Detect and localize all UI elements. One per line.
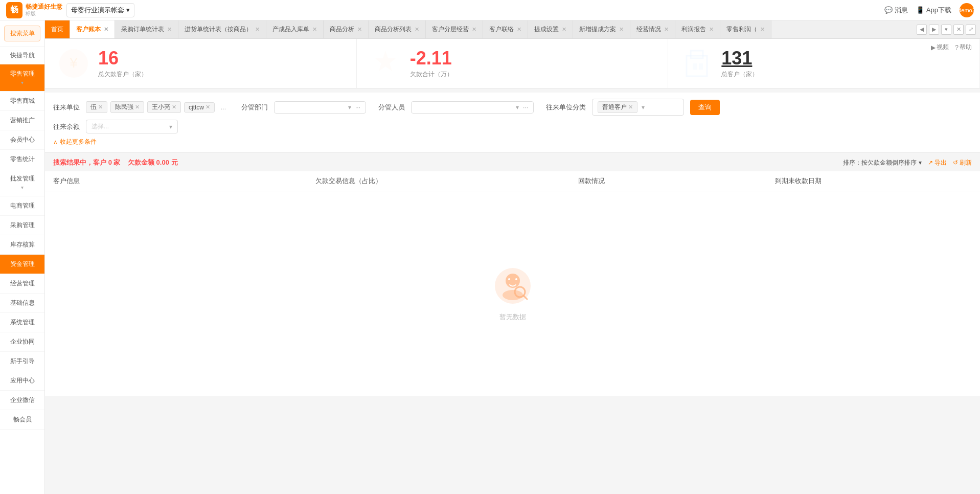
top-bar-right: 💬 消息 📱 App下载 demo2 (884, 3, 974, 17)
more-tags-btn[interactable]: ... (218, 103, 229, 112)
col-debt-info: 欠款交易信息（占比） (315, 176, 578, 186)
tab-close-icon[interactable]: ✕ (415, 26, 419, 33)
tab-purchase-orders[interactable]: 采购订单统计表 ✕ (115, 20, 178, 39)
sidebar-item-inventory[interactable]: 库存核算 (0, 235, 44, 255)
sidebar-item-purchase[interactable]: 采购管理 (0, 216, 44, 235)
col-repayment: 回款情况 (578, 176, 775, 186)
quick-nav-btn[interactable]: 快捷导航 (0, 47, 44, 64)
sidebar-item-retail-mall[interactable]: 零售商城 (0, 92, 44, 111)
remove-category-icon[interactable]: ✕ (628, 104, 633, 110)
tab-profit-report[interactable]: 利润报告 ✕ (675, 20, 720, 39)
avatar[interactable]: demo2 (960, 3, 974, 17)
sidebar-item-retail-stats[interactable]: 零售统计 (0, 150, 44, 169)
tab-close-icon[interactable]: ✕ (709, 26, 714, 33)
tab-next-btn[interactable]: ▶ (929, 25, 939, 35)
tab-retail-profit[interactable]: 零售利润（ ✕ (720, 20, 771, 39)
chevron-down-icon: ▾ (126, 6, 130, 14)
stats-bar: ¥ 16 总欠款客户（家） -2. (45, 39, 980, 88)
tab-close-icon[interactable]: ✕ (167, 26, 172, 33)
app-icon: 📱 (916, 6, 924, 14)
filter-tag-2[interactable]: 陈民强 ✕ (110, 101, 144, 113)
filter-row-2: 往来余额 选择... ▾ (53, 120, 972, 133)
sidebar-item-basic[interactable]: 基础信息 (0, 294, 44, 313)
person-select[interactable]: ▾ ··· (411, 101, 534, 114)
svg-point-10 (515, 278, 517, 280)
sidebar: 搜索菜单 快捷导航 零售管理 ▾ 零售商城 营销推广 会员中心 零售统计 批发管… (0, 20, 45, 494)
sidebar-item-retail-mgmt[interactable]: 零售管理 ▾ (0, 64, 44, 92)
tab-close-icon[interactable]: ✕ (760, 26, 765, 33)
tab-goods-list[interactable]: 商品分析列表 ✕ (369, 20, 426, 39)
tab-close-icon[interactable]: ✕ (664, 26, 669, 33)
sidebar-item-finance[interactable]: 资金管理 (0, 255, 44, 274)
tab-home[interactable]: 首页 (45, 20, 70, 39)
tab-new-tips[interactable]: 新增提成方案 ✕ (573, 20, 630, 39)
data-table: 客户信息 欠款交易信息（占比） 回款情况 到期未收款日期 (45, 171, 980, 396)
tab-nav: ◀ ▶ ▾ ✕ ⤢ (913, 25, 980, 35)
tab-bar: 首页 客户账本 ✕ 采购订单统计表 ✕ 进货单统计表（按商品） ✕ 产成品入库单… (45, 20, 980, 39)
category-select[interactable]: 普通客户 ✕ ▾ (592, 99, 684, 116)
tab-close-icon[interactable]: ✕ (357, 26, 362, 33)
sort-selector[interactable]: 排序：按欠款金额倒序排序 ▾ (843, 159, 922, 167)
export-icon: ↗ (928, 159, 933, 166)
tab-customer-tier[interactable]: 客户分层经营 ✕ (426, 20, 483, 39)
remove-tag-icon[interactable]: ✕ (172, 104, 176, 110)
tab-customer-contact[interactable]: 客户联络 ✕ (483, 20, 528, 39)
sidebar-item-sys[interactable]: 系统管理 (0, 313, 44, 332)
remove-tag-icon[interactable]: ✕ (206, 104, 210, 110)
message-btn[interactable]: 💬 消息 (884, 6, 908, 15)
tab-close-icon[interactable]: ✕ (255, 26, 260, 33)
search-menu-btn[interactable]: 搜索菜单 (4, 26, 40, 41)
sidebar-item-marketing[interactable]: 营销推广 (0, 111, 44, 130)
help-btn[interactable]: ? 帮助 (955, 43, 972, 52)
sidebar-item-ops[interactable]: 经营管理 (0, 274, 44, 294)
dept-select[interactable]: ▾ ··· (274, 101, 366, 114)
tab-biz-status[interactable]: 经营情况 ✕ (630, 20, 675, 39)
sidebar-item-enterprise[interactable]: 企业协同 (0, 332, 44, 352)
sidebar-item-member[interactable]: 会员中心 (0, 130, 44, 150)
filter-tag-1[interactable]: 伍 ✕ (86, 101, 107, 113)
filter-tag-4[interactable]: cjttcw ✕ (184, 102, 215, 113)
remove-tag-icon[interactable]: ✕ (135, 104, 140, 110)
tab-close-icon[interactable]: ✕ (312, 26, 317, 33)
tab-maximize-btn[interactable]: ⤢ (966, 25, 976, 35)
tab-close-icon[interactable]: ✕ (562, 26, 566, 33)
category-tag[interactable]: 普通客户 ✕ (598, 101, 637, 113)
tab-prev-btn[interactable]: ◀ (917, 25, 927, 35)
help-icon: ? (955, 44, 959, 51)
filter-tag-3[interactable]: 王小亮 ✕ (147, 101, 181, 113)
svg-point-9 (508, 278, 510, 280)
total-customers-label: 总客户（家） (721, 70, 758, 79)
tab-goods-analysis[interactable]: 商品分析 ✕ (324, 20, 369, 39)
tab-close-icon[interactable]: ✕ (517, 26, 521, 33)
remain-label: 往来余额 (53, 122, 80, 131)
remain-select[interactable]: 选择... ▾ (86, 120, 178, 133)
query-btn[interactable]: 查询 (690, 100, 720, 115)
col-due-date: 到期未收款日期 (775, 176, 972, 186)
sidebar-item-new-guide[interactable]: 新手引导 (0, 352, 44, 371)
message-icon: 💬 (884, 6, 893, 14)
sidebar-item-app-center[interactable]: 应用中心 (0, 371, 44, 391)
tab-goods-stats[interactable]: 进货单统计表（按商品） ✕ (178, 20, 266, 39)
tab-tips-settings[interactable]: 提成设置 ✕ (528, 20, 573, 39)
total-debt-label: 总欠款客户（家） (98, 70, 147, 79)
sidebar-item-wechat[interactable]: 企业微信 (0, 391, 44, 410)
refresh-btn[interactable]: ↺ 刷新 (953, 159, 972, 167)
tab-close-all-btn[interactable]: ✕ (953, 25, 964, 35)
app-download-btn[interactable]: 📱 App下载 (916, 6, 951, 15)
remove-tag-icon[interactable]: ✕ (98, 104, 103, 110)
tab-close-icon[interactable]: ✕ (104, 26, 108, 33)
export-btn[interactable]: ↗ 导出 (928, 159, 947, 167)
tab-menu-btn[interactable]: ▾ (941, 25, 951, 35)
tab-product-stock[interactable]: 产成品入库单 ✕ (266, 20, 324, 39)
sidebar-item-wholesale[interactable]: 批发管理 ▾ (0, 169, 44, 196)
collapse-btn[interactable]: ∧ 收起更多条件 (53, 138, 972, 146)
tab-close-icon[interactable]: ✕ (619, 26, 624, 33)
tab-close-icon[interactable]: ✕ (472, 26, 476, 33)
sidebar-item-ecommerce[interactable]: 电商管理 (0, 196, 44, 216)
video-btn[interactable]: ▶ 视频 (931, 43, 949, 52)
chevron-up-icon: ∧ (53, 139, 58, 146)
sidebar-item-vip[interactable]: 畅会员 (0, 410, 44, 430)
org-selector[interactable]: 母婴行业演示帐套 ▾ (66, 3, 134, 17)
content-area: 首页 客户账本 ✕ 采购订单统计表 ✕ 进货单统计表（按商品） ✕ 产成品入库单… (45, 20, 980, 494)
tab-customer-accounts[interactable]: 客户账本 ✕ (70, 20, 115, 39)
